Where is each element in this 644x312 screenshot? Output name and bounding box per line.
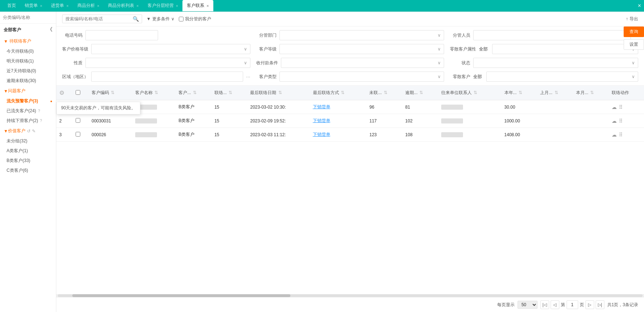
- dept-select[interactable]: ∨: [279, 30, 444, 40]
- horizontal-scrollbar[interactable]: [56, 294, 644, 297]
- col-last-month[interactable]: 上月... ⇅: [537, 86, 573, 100]
- row-name: [132, 114, 176, 128]
- edit-icon[interactable]: ✎: [32, 129, 36, 134]
- my-customers-checkbox[interactable]: 我分管的客户: [179, 16, 211, 22]
- sidebar-item-b-class[interactable]: B类客户(33): [0, 156, 56, 166]
- col-checkbox[interactable]: [73, 86, 89, 100]
- nature-select[interactable]: ∨: [85, 58, 250, 68]
- manager-select[interactable]: [473, 30, 631, 40]
- customer-type-select[interactable]: ∨: [279, 72, 444, 82]
- col-uncontacted[interactable]: 未联... ⇅: [366, 86, 402, 100]
- more-action-icon[interactable]: ⠿: [619, 132, 623, 138]
- sidebar-all-customers-header[interactable]: 全部客户 《: [0, 24, 56, 36]
- col-last-date[interactable]: 最后联络日期 ⇅: [247, 86, 310, 100]
- row-last-way[interactable]: 下销货单: [310, 114, 367, 128]
- region-select[interactable]: [91, 72, 243, 82]
- contact-icon[interactable]: ☁: [612, 132, 617, 138]
- zero-attr-select[interactable]: ∨: [492, 44, 638, 54]
- sidebar-item-churn-warning[interactable]: 流失预警客户(3) ●: [0, 96, 56, 106]
- tab-analysis[interactable]: 商品分析 ×: [73, 0, 104, 11]
- customer-level-select[interactable]: ∨: [279, 44, 444, 54]
- sidebar-item-declining[interactable]: 持续下滑客户(2) ?: [0, 116, 56, 126]
- last-way-link[interactable]: 下销货单: [313, 118, 330, 123]
- close-icon[interactable]: ×: [66, 4, 68, 8]
- sidebar-search-input[interactable]: [3, 15, 56, 20]
- col-code[interactable]: 客户编码 ⇅: [89, 86, 132, 100]
- row-check[interactable]: [76, 132, 80, 137]
- tab-customer-layer[interactable]: 客户分层经营 ×: [143, 0, 182, 11]
- settings-button[interactable]: 设置: [624, 39, 644, 50]
- sidebar-item-churned[interactable]: 已流失客户(24) ?: [0, 106, 56, 116]
- region-more-icon[interactable]: ···: [246, 74, 250, 80]
- close-icon[interactable]: ×: [206, 4, 209, 8]
- sidebar-item-ungrouped[interactable]: 未分组(32): [0, 136, 56, 146]
- col-contact-num[interactable]: 联络... ⇅: [212, 86, 247, 100]
- more-conditions-btn[interactable]: ▼ 更多条件 ∨: [146, 16, 174, 22]
- row-last-way[interactable]: 下销货单: [310, 100, 367, 114]
- sidebar-item-tomorrow[interactable]: 明天待联络(1): [0, 56, 56, 66]
- churn-tooltip: 90天未交易的客户，可能有流失风险。: [56, 102, 140, 114]
- close-icon[interactable]: ×: [97, 4, 99, 8]
- first-page-button[interactable]: |◁: [540, 300, 549, 309]
- select-all-checkbox[interactable]: [76, 90, 80, 95]
- close-icon[interactable]: ×: [40, 4, 42, 8]
- row-checkbox[interactable]: [73, 114, 89, 128]
- sidebar-section-value[interactable]: ▼ 价值客户 ↺ ✎: [0, 126, 56, 136]
- col-last-way[interactable]: 最后联络方式 ⇅: [310, 86, 367, 100]
- tab-customer-contact[interactable]: 客户联系 ×: [182, 0, 213, 11]
- scrollbar-track[interactable]: [58, 294, 643, 297]
- action-buttons: 查询 设置: [624, 27, 644, 50]
- sidebar-item-c-class[interactable]: C类客户(6): [0, 166, 56, 175]
- next-page-button[interactable]: ▷: [585, 300, 594, 309]
- sidebar-section-problem[interactable]: ▼ 问题客户: [0, 86, 56, 96]
- row-contact: 15: [212, 100, 247, 114]
- last-page-button[interactable]: ▷|: [596, 300, 604, 309]
- tab-analysis-list[interactable]: 商品分析列表 ×: [104, 0, 143, 11]
- status-select[interactable]: ∨: [473, 58, 638, 68]
- zero-customer-select[interactable]: ∨: [486, 72, 638, 82]
- sidebar-item-today[interactable]: 今天待联络(0): [0, 46, 56, 56]
- collapse-icon[interactable]: 《: [47, 27, 52, 33]
- sidebar-group-pending-title[interactable]: ▼ 待联络客户: [0, 36, 56, 46]
- sidebar-item-7days[interactable]: 近7天待联络(0): [0, 66, 56, 76]
- search-icon[interactable]: 🔍: [133, 16, 139, 22]
- more-action-icon[interactable]: ⠿: [619, 104, 623, 110]
- tab-purchase[interactable]: 进货单 ×: [47, 0, 73, 11]
- close-icon[interactable]: ×: [176, 4, 178, 8]
- refresh-icon[interactable]: ↺: [27, 129, 31, 134]
- scrollbar-thumb[interactable]: [72, 294, 290, 297]
- prev-page-button[interactable]: ◁: [551, 300, 559, 309]
- contact-icon[interactable]: ☁: [612, 118, 617, 124]
- sidebar-item-a-class[interactable]: A类客户(1): [0, 146, 56, 156]
- search-input[interactable]: [65, 16, 133, 21]
- row-check[interactable]: [76, 118, 80, 123]
- query-button[interactable]: 查询: [624, 27, 644, 37]
- page-size-select[interactable]: 50 20 100: [518, 301, 538, 309]
- col-type[interactable]: 客户... ⇅: [176, 86, 212, 100]
- window-close-button[interactable]: ×: [638, 3, 641, 9]
- page-number-input[interactable]: [567, 300, 578, 309]
- tab-home[interactable]: 首页: [3, 0, 20, 11]
- contact-icon[interactable]: ☁: [612, 104, 617, 110]
- phone-input[interactable]: [85, 30, 158, 40]
- row-checkbox[interactable]: [73, 128, 89, 142]
- col-name[interactable]: 客户名称 ⇅: [132, 86, 176, 100]
- last-way-link[interactable]: 下销货单: [313, 132, 330, 137]
- tab-sales[interactable]: 销货单 ×: [20, 0, 47, 11]
- sidebar-item-overdue[interactable]: 逾期未联络(30): [0, 76, 56, 86]
- gear-icon[interactable]: ⚙: [59, 90, 64, 96]
- row-last-way[interactable]: 下销货单: [310, 128, 367, 142]
- col-contact-person[interactable]: 往来单位联系人 ⇅: [438, 86, 502, 100]
- price-level-select[interactable]: ∨: [91, 44, 250, 54]
- more-action-icon[interactable]: ⠿: [619, 118, 623, 124]
- last-way-link[interactable]: 下销货单: [313, 104, 330, 109]
- close-icon[interactable]: ×: [136, 4, 138, 8]
- col-this-month[interactable]: 本月... ⇅: [573, 86, 609, 100]
- col-settings[interactable]: ⚙: [56, 86, 73, 100]
- col-this-year[interactable]: 本年... ⇅: [502, 86, 538, 100]
- my-customers-check[interactable]: [179, 17, 184, 21]
- payment-select[interactable]: ∨: [281, 58, 444, 68]
- export-button[interactable]: ↑ 导出: [626, 16, 638, 22]
- row-last-date: 2023-02-03 11:12:: [247, 128, 310, 142]
- col-overdue[interactable]: 逾期... ⇅: [402, 86, 438, 100]
